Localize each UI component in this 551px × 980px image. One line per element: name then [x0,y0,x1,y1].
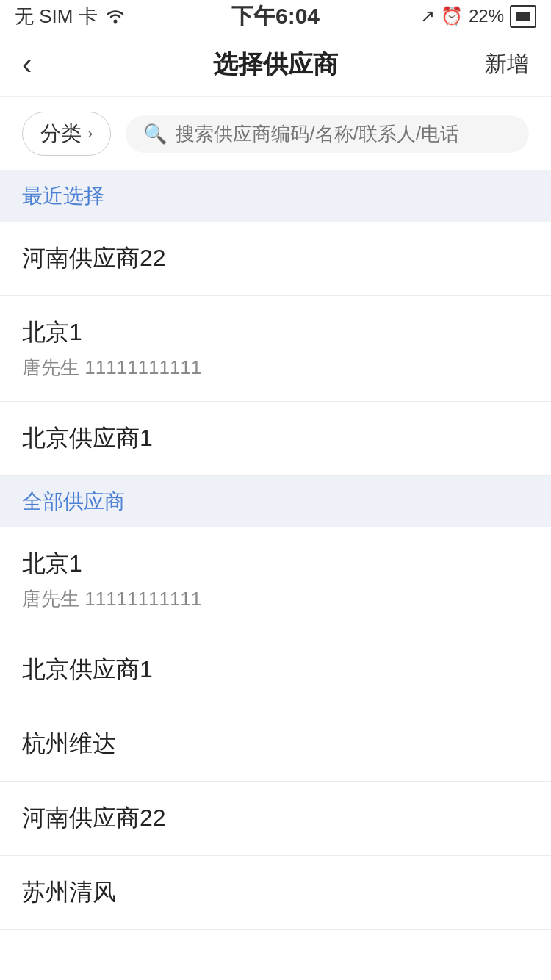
list-item-name: 河南供应商22 [22,802,529,835]
list-item-name: 北京1 [22,317,529,349]
alarm-icon: ⏰ [441,6,463,26]
section-header-recent: 最近选择 [0,170,551,222]
search-box[interactable]: 🔍 [126,115,529,153]
section-header-text-recent: 最近选择 [22,184,104,207]
list-item[interactable]: 苏州清风 [0,856,551,930]
sections-container: 最近选择河南供应商22北京1唐先生 11111111111北京供应商1全部供应商… [0,170,551,930]
section-header-all: 全部供应商 [0,476,551,527]
list-item[interactable]: 北京1唐先生 11111111111 [0,296,551,402]
search-icon: 🔍 [143,123,167,145]
list-item-name: 杭州维达 [22,728,529,760]
list-item-name: 苏州清风 [22,876,529,909]
list-item[interactable]: 河南供应商22 [0,782,551,856]
list-item-name: 北京供应商1 [22,422,529,455]
nav-bar: ‹ 选择供应商 新增 [0,32,551,97]
status-right: ↗ ⏰ 22% [420,5,536,28]
category-button[interactable]: 分类 › [22,112,111,156]
filter-bar: 分类 › 🔍 [0,97,551,170]
list-item-sub: 唐先生 11111111111 [22,586,529,612]
status-time: 下午6:04 [231,1,320,32]
battery-icon [510,5,536,28]
list-item-sub: 唐先生 11111111111 [22,355,529,381]
sim-label: 无 SIM 卡 [15,4,98,29]
list-item[interactable]: 杭州维达 [0,707,551,782]
list-item[interactable]: 河南供应商22 [0,222,551,296]
list-item-name: 北京1 [22,548,529,580]
status-left: 无 SIM 卡 [15,4,127,29]
search-input[interactable] [176,123,511,145]
back-button[interactable]: ‹ [22,48,66,81]
status-bar: 无 SIM 卡 下午6:04 ↗ ⏰ 22% [0,0,551,32]
list-item[interactable]: 北京供应商1 [0,633,551,707]
wifi-icon [104,7,127,25]
svg-point-0 [113,20,117,24]
chevron-right-icon: › [87,124,93,143]
list-item[interactable]: 北京1唐先生 11111111111 [0,527,551,633]
list-item-name: 北京供应商1 [22,654,529,686]
category-label: 分类 [40,120,82,148]
location-icon: ↗ [420,6,435,26]
list-item-name: 河南供应商22 [22,242,529,275]
new-button[interactable]: 新增 [485,49,529,79]
list-item[interactable]: 北京供应商1 [0,402,551,476]
battery-percentage: 22% [469,6,504,26]
section-header-text-all: 全部供应商 [22,490,125,513]
page-title: 选择供应商 [213,48,338,82]
